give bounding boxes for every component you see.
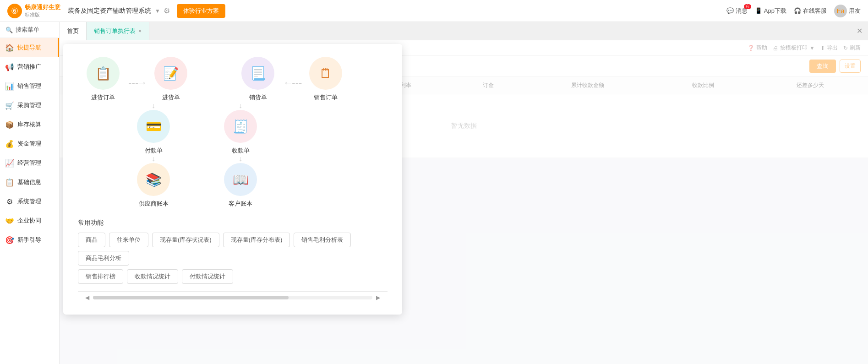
flow-node-supplier-ledger[interactable]: 📚 供应商账本 [128,163,179,208]
sidebar-item-guide[interactable]: 🎯 新手引导 [0,230,59,250]
trial-btn[interactable]: 体验行业方案 [177,4,225,18]
flow-node-customer-ledger[interactable]: 📖 客户账本 [215,163,266,208]
tab-sales-exec[interactable]: 销售订单执行表 × [87,22,149,40]
logo-line2: 标准版 [25,11,60,18]
purchase-order-circle: 📋 [87,57,120,90]
flow-node-sales-slip[interactable]: 📃 销货单 [233,57,283,102]
common-functions: 常用功能 商品 往来单位 现存量(库存状况表) 现存量(库存分布表) 销售毛利分… [78,219,388,284]
marketing-icon: 📢 [5,63,14,71]
arrow-down-4: ↓ [239,155,242,163]
sidebar-item-system[interactable]: ⚙ 系统管理 [0,192,59,211]
download-icon: 📱 [755,7,762,14]
purchase-slip-circle: 📝 [154,57,187,90]
scroll-track [93,296,372,299]
arrow-down-3: ↓ [152,155,155,163]
flow-node-payment[interactable]: 💳 付款单 [128,110,179,155]
sidebar-label-1: 营销推广 [17,63,41,71]
sales-order-circle: 🗒 [309,57,342,90]
receipt-circle: 🧾 [224,110,257,143]
sidebar-label-0: 快捷导航 [17,43,41,52]
sidebar-search[interactable]: 🔍 搜索菜单 [0,22,59,38]
customer-ledger-circle: 📖 [224,163,257,196]
scroll-left-btn[interactable]: ◀ [85,294,89,301]
scroll-right-btn[interactable]: ▶ [376,294,380,301]
sidebar-item-enterprise[interactable]: 🤝 企业协同 [0,211,59,230]
page-content: ❓ 帮助 🖨 按模板打印 ▼ ⬆ 导出 ↻ 刷新 [60,40,868,364]
tab-home[interactable]: 首页 [60,22,87,40]
system-name: 装备及固定资产辅助管理系统 [68,7,151,15]
sidebar-item-quick-nav[interactable]: 🏠 快捷导航 [0,38,59,57]
sidebar-label-10: 新手引导 [17,236,41,244]
func-btn-stock-status[interactable]: 现存量(库存状况表) [152,233,219,247]
arrow-h2: ←- - - [283,77,300,89]
app-logo: ⑥ 畅康通好生意 标准版 [7,4,60,18]
flow-node-purchase-slip[interactable]: 📝 进货单 [146,57,196,102]
modal-overlay: 📋 进货订单 - - -→ 📝 进货单 [60,40,868,364]
app-download-label: App下载 [764,7,786,15]
sales-icon: 📊 [5,82,14,90]
online-service-btn[interactable]: 🎧 在线客服 [794,7,827,15]
inventory-icon: 📦 [5,120,14,129]
func-btn-goods-margin[interactable]: 商品毛利分析 [78,251,129,266]
sidebar-item-inventory[interactable]: 📦 库存核算 [0,115,59,134]
func-btn-receipt-stats[interactable]: 收款情况统计 [127,269,178,284]
sidebar-label-8: 系统管理 [17,197,41,206]
search-icon: 🔍 [5,27,13,33]
sidebar-label-2: 销售管理 [17,82,41,90]
sidebar-label-4: 库存核算 [17,120,41,129]
sales-slip-label: 销货单 [249,93,267,102]
online-service-label: 在线客服 [803,7,827,15]
sidebar-item-marketing[interactable]: 📢 营销推广 [0,57,59,76]
func-btn-payment-stats[interactable]: 付款情况统计 [182,269,233,284]
common-title: 常用功能 [78,219,388,227]
arrow-h1: - - -→ [128,77,146,89]
system-icon: ⚙ [5,197,14,206]
tab-close-btn[interactable]: × [138,28,142,34]
func-btn-goods[interactable]: 商品 [78,233,105,247]
flow-section: 📋 进货订单 - - -→ 📝 进货单 [78,57,388,208]
flow-node-purchase-order[interactable]: 📋 进货订单 [78,57,128,102]
home-icon: 🏠 [5,43,14,52]
content-area: 首页 销售订单执行表 × ✕ ❓ 帮助 🖨 [60,22,868,364]
flow-node-receipt[interactable]: 🧾 收款单 [215,110,266,155]
scroll-thumb [93,296,289,299]
payment-circle: 💳 [137,110,170,143]
sidebar-label-6: 经营管理 [17,159,41,167]
user-btn[interactable]: Ea 用友 [834,5,861,17]
flow-modal: 📋 进货订单 - - -→ 📝 进货单 [63,44,402,315]
sidebar-item-basic-info[interactable]: 📋 基础信息 [0,173,59,192]
sidebar-item-operations[interactable]: 📈 经营管理 [0,153,59,173]
purchase-slip-label: 进货单 [162,93,180,102]
logo-line1: 畅康通好生意 [25,4,60,11]
message-icon: 💬 [726,7,734,14]
func-btn-sales-margin[interactable]: 销售毛利分析表 [294,233,351,247]
flow-node-sales-order[interactable]: 🗒 销售订单 [300,57,351,102]
sidebar-label-9: 企业协同 [17,217,41,225]
operations-icon: 📈 [5,159,14,167]
func-btn-stock-dist[interactable]: 现存量(库存分布表) [223,233,290,247]
sidebar-item-purchase[interactable]: 🛒 采购管理 [0,96,59,115]
tab-bar-close-btn[interactable]: ✕ [857,27,863,35]
customer-ledger-label: 客户账本 [229,200,252,208]
top-bar: ⑥ 畅康通好生意 标准版 装备及固定资产辅助管理系统 ▼ ⚙ 体验行业方案 💬 … [0,0,868,22]
sidebar-item-sales[interactable]: 📊 销售管理 [0,76,59,96]
search-label: 搜索菜单 [16,26,39,34]
sidebar-item-finance[interactable]: 💰 资金管理 [0,134,59,153]
scroll-indicator: ◀ ▶ [78,291,388,304]
app-download-btn[interactable]: 📱 App下载 [755,7,786,15]
func-buttons: 商品 往来单位 现存量(库存状况表) 现存量(库存分布表) 销售毛利分析表 商品… [78,233,388,266]
sidebar-label-3: 采购管理 [17,101,41,109]
message-btn[interactable]: 💬 消息 6 [726,7,748,15]
arrow-down-1: ↓ [152,102,155,110]
guide-icon: 🎯 [5,236,14,244]
basic-info-icon: 📋 [5,178,14,186]
purchase-order-label: 进货订单 [91,93,115,102]
system-dropdown-btn[interactable]: ▼ [155,8,160,14]
settings-icon[interactable]: ⚙ [160,5,173,17]
supplier-ledger-circle: 📚 [137,163,170,196]
supplier-ledger-label: 供应商账本 [139,200,169,208]
func-btn-partners[interactable]: 往来单位 [109,233,148,247]
func-btn-sales-rank[interactable]: 销售排行榜 [78,269,123,284]
service-icon: 🎧 [794,7,801,14]
payment-label: 付款单 [145,147,163,155]
